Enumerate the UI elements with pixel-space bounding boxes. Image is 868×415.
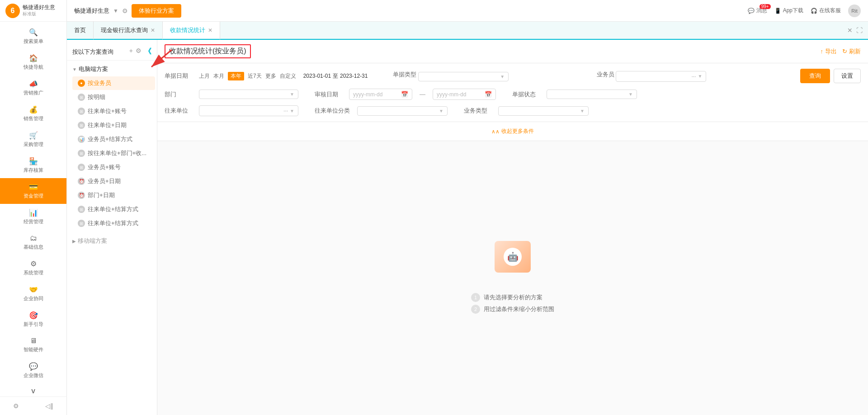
sidebar-settings-btn[interactable]: ⚙ bbox=[9, 401, 23, 411]
plan-item-unit-dept-label: 按往来单位+部门+收... bbox=[88, 149, 146, 157]
plan-item-dept-date[interactable]: ⏰ 部门+日期 bbox=[72, 189, 155, 202]
tab-bank-flow-label: 现金银行流水查询 bbox=[101, 26, 148, 34]
topbar-dropdown-btn[interactable]: ▼ bbox=[113, 8, 118, 14]
sidebar-item-marketing[interactable]: 📣 营销推广 bbox=[0, 75, 66, 101]
voucher-type-select[interactable]: ▼ bbox=[418, 72, 509, 81]
dept-select[interactable]: ▼ bbox=[199, 90, 298, 99]
step-2-num: 2 bbox=[471, 305, 480, 314]
panel-add-btn[interactable]: + bbox=[129, 47, 133, 57]
hardware-icon: 🖥 bbox=[30, 337, 37, 345]
message-btn[interactable]: 💬 消息 99+ bbox=[748, 7, 767, 14]
date-shortcut-more[interactable]: 更多 bbox=[265, 72, 276, 80]
sidebar-item-operations[interactable]: 📊 经营管理 bbox=[0, 204, 66, 230]
salesperson-more-btn[interactable]: ··· bbox=[691, 73, 696, 80]
tab-window-btns: ✕ ⛶ bbox=[847, 27, 868, 34]
plan-item-unit-account[interactable]: ⊞ 往来单位+账号 bbox=[72, 104, 155, 118]
home-icon: 🏠 bbox=[29, 54, 38, 62]
empty-steps: 1 请先选择要分析的方案 2 用过滤条件来缩小分析范围 bbox=[471, 292, 554, 315]
tab-bank-flow[interactable]: 现金银行流水查询 ✕ bbox=[94, 21, 163, 39]
counterpart-more-btn[interactable]: ··· bbox=[283, 108, 288, 114]
sidebar-item-basic[interactable]: 🗂 基础信息 bbox=[0, 230, 66, 255]
sidebar-item-guide[interactable]: 🎯 新手引导 bbox=[0, 307, 66, 332]
review-date-to[interactable]: yyyy-mm-dd 📅 bbox=[433, 89, 496, 100]
counterpart-select[interactable]: ··· ▼ bbox=[199, 105, 298, 116]
date-shortcut-this-month[interactable]: 本月 bbox=[213, 72, 224, 80]
business-type-select[interactable]: ▼ bbox=[498, 106, 589, 116]
review-date-from[interactable]: yyyy-mm-dd 📅 bbox=[349, 89, 412, 100]
plan-item-unit-settlement1[interactable]: ⊞ 往来单位+结算方式 bbox=[72, 203, 155, 216]
window-close-btn[interactable]: ✕ bbox=[847, 27, 853, 34]
plan-item-salesperson-account[interactable]: ⊞ 业务员+账号 bbox=[72, 160, 155, 174]
plan-item-salesperson-date[interactable]: ⏰ 业务员+日期 bbox=[72, 174, 155, 188]
plan-item-salesperson-settlement-icon: 📊 bbox=[78, 136, 85, 143]
sidebar-item-wechat[interactable]: 💬 企业微信 bbox=[0, 358, 66, 383]
date-shortcut-this-year[interactable]: 本年 bbox=[228, 72, 244, 80]
online-service-btn[interactable]: 🎧 在线客服 bbox=[811, 7, 841, 14]
main-area: 畅捷通好生意 ▼ ⚙ 体验行业方案 💬 消息 99+ 📱 App下载 🎧 在线客… bbox=[67, 0, 868, 415]
member-icon: V bbox=[31, 388, 35, 395]
collapse-bar[interactable]: ∧∧ 收起更多条件 bbox=[157, 122, 868, 141]
desktop-section-label: 电脑端方案 bbox=[79, 65, 108, 73]
plan-item-by-detail[interactable]: ⊞ 按明细 bbox=[72, 90, 155, 104]
voucher-status-select[interactable]: ▼ bbox=[547, 90, 637, 99]
salesperson-select[interactable]: ··· ▼ bbox=[616, 71, 706, 82]
sidebar-item-system[interactable]: ⚙ 系统管理 bbox=[0, 255, 66, 281]
user-avatar[interactable]: Rit bbox=[848, 5, 861, 17]
plan-item-unit-settlement2[interactable]: ⊞ 往来单位+结算方式 bbox=[72, 217, 155, 230]
sidebar-item-sales[interactable]: 💰 销售管理 bbox=[0, 101, 66, 127]
app-download-btn[interactable]: 📱 App下载 bbox=[774, 7, 803, 14]
trial-btn[interactable]: 体验行业方案 bbox=[132, 4, 181, 18]
search-icon: 🔍 bbox=[29, 28, 38, 37]
sidebar-item-search[interactable]: 🔍 搜索菜单 bbox=[0, 24, 66, 49]
sidebar-item-member[interactable]: V 畅会员 bbox=[0, 383, 66, 396]
topbar-gear-btn[interactable]: ⚙ bbox=[122, 7, 128, 14]
date-dash: — bbox=[420, 91, 425, 98]
tab-home-label: 首页 bbox=[74, 26, 86, 34]
panel-settings-btn[interactable]: ⚙ bbox=[136, 47, 142, 57]
date-shortcut-last-7[interactable]: 近7天 bbox=[248, 72, 262, 80]
page-title-box: 收款情况统计(按业务员) bbox=[165, 44, 251, 58]
desktop-section-header[interactable]: ▼ 电脑端方案 bbox=[67, 62, 157, 76]
plan-item-unit-dept-collection[interactable]: ⊞ 按往来单位+部门+收... bbox=[72, 146, 155, 160]
tab-collection-stat-close[interactable]: ✕ bbox=[208, 27, 212, 33]
sidebar-item-enterprise[interactable]: 🤝 企业协同 bbox=[0, 281, 66, 307]
filter-row-date: 单据日期 上月 本月 本年 近7天 更多 自定义 2023-01-01 至 20… bbox=[165, 69, 861, 83]
tab-collection-stat[interactable]: 收款情况统计 ✕ bbox=[163, 22, 220, 40]
plan-item-salesperson-account-icon: ⊞ bbox=[78, 164, 85, 171]
plan-item-salesperson-settlement[interactable]: 📊 业务员+结算方式 bbox=[72, 132, 155, 146]
date-from: 2023-01-01 bbox=[303, 73, 331, 79]
guide-icon: 🎯 bbox=[29, 311, 38, 320]
date-shortcut-custom[interactable]: 自定义 bbox=[280, 72, 296, 80]
dept-label: 部门 bbox=[165, 90, 192, 99]
window-maximize-btn[interactable]: ⛶ bbox=[856, 27, 863, 34]
desktop-section-items: ● 按业务员 ⊞ 按明细 ⊞ 往来单位+账号 ⊞ 往来单位+日期 bbox=[67, 76, 157, 230]
tab-bank-flow-close[interactable]: ✕ bbox=[151, 27, 155, 33]
plan-item-by-salesperson[interactable]: ● 按业务员 bbox=[72, 76, 155, 90]
sidebar-item-inventory[interactable]: 🏪 库存核算 bbox=[0, 152, 66, 178]
date-range: 2023-01-01 至 2023-12-31 bbox=[303, 72, 368, 80]
page-title: 收款情况统计(按业务员) bbox=[169, 47, 246, 56]
filter-settings-btn[interactable]: 设置 bbox=[834, 69, 861, 83]
plan-item-salesperson-date-icon: ⏰ bbox=[78, 178, 85, 185]
counterpart-category-select[interactable]: ▼ bbox=[357, 106, 448, 116]
inventory-icon: 🏪 bbox=[29, 157, 38, 165]
tab-home[interactable]: 首页 bbox=[67, 21, 94, 39]
mobile-section-header[interactable]: ▶ 移动端方案 bbox=[67, 234, 157, 248]
export-btn[interactable]: ↑ 导出 bbox=[821, 47, 837, 56]
sidebar-item-quick-nav[interactable]: 🏠 快捷导航 bbox=[0, 49, 66, 75]
sidebar-collapse-btn[interactable]: ◁‖ bbox=[42, 401, 57, 411]
sidebar-item-finance[interactable]: 💳 资金管理 bbox=[0, 178, 66, 204]
query-btn[interactable]: 查询 bbox=[800, 69, 830, 83]
plan-item-salesperson-date-label: 业务员+日期 bbox=[88, 177, 121, 185]
refresh-btn[interactable]: ↻ 刷新 bbox=[842, 47, 861, 56]
plan-item-unit-dept-icon: ⊞ bbox=[78, 150, 85, 157]
sidebar-item-purchase[interactable]: 🛒 采购管理 bbox=[0, 127, 66, 152]
date-shortcut-last-month[interactable]: 上月 bbox=[199, 72, 210, 80]
sidebar-item-hardware[interactable]: 🖥 智能硬件 bbox=[0, 332, 66, 358]
plan-item-unit-date[interactable]: ⊞ 往来单位+日期 bbox=[72, 118, 155, 132]
purchase-icon: 🛒 bbox=[29, 131, 38, 140]
service-icon: 🎧 bbox=[811, 8, 817, 14]
review-date-label: 审核日期 bbox=[315, 90, 342, 99]
panel-collapse-btn[interactable]: 《 bbox=[144, 47, 151, 57]
plan-item-unit-account-label: 往来单位+账号 bbox=[88, 107, 127, 115]
